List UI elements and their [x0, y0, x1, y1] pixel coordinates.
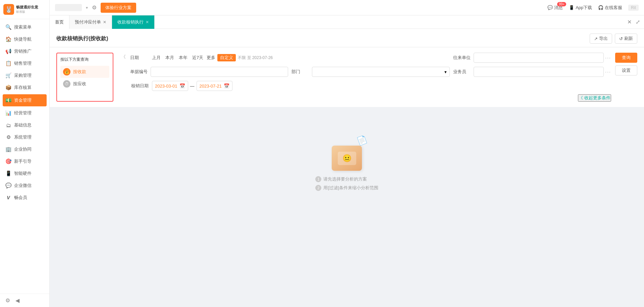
sidebar-item-system[interactable]: ⚙ 系统管理 — [0, 131, 49, 143]
sidebar-item-label: 营销推广 — [14, 48, 32, 54]
writeoff-date-start-text: 2023-03-01 — [155, 84, 177, 89]
settings-button[interactable]: 设置 — [615, 65, 637, 75]
sidebar-item-label: 资金管理 — [14, 97, 32, 103]
message-button[interactable]: 💬 消息 99+ — [547, 5, 563, 11]
collapse-filter-button[interactable]: 《 — [120, 53, 127, 60]
sidebar-item-purchase[interactable]: 🛒 采购管理 — [0, 69, 49, 82]
sidebar-item-label: 快捷导航 — [14, 36, 32, 42]
finance-icon: 💵 — [5, 97, 11, 103]
tabbar-actions: ✕ ⤢ — [626, 17, 644, 27]
online-service-button[interactable]: 🎧 在线客服 — [598, 5, 622, 11]
sidebar-item-search-menu[interactable]: 🔍 搜索菜单 — [0, 21, 49, 33]
filter-option-by-receivable[interactable]: ⏱ 按应收 — [60, 78, 109, 90]
sidebar: 🐰 畅捷通好生意 标准版 🔍 搜索菜单 🏠 快捷导航 📢 营销推广 📋 销售管理… — [0, 0, 50, 307]
export-button[interactable]: ↗ 导出 — [590, 34, 612, 44]
counterparty-more-icon[interactable]: ··· — [605, 55, 611, 60]
export-icon: ↗ — [594, 36, 598, 41]
sidebar-nav: 🔍 搜索菜单 🏠 快捷导航 📢 营销推广 📋 销售管理 🛒 采购管理 📦 库存核… — [0, 19, 49, 294]
refresh-button[interactable]: ↺ 刷新 — [615, 34, 637, 44]
date-custom-tag[interactable]: 自定义 — [217, 54, 236, 61]
query-button[interactable]: 查询 — [615, 53, 637, 63]
writeoff-date-end-input[interactable]: 2023-07-21 📅 — [197, 81, 233, 91]
refresh-icon: ↺ — [619, 36, 623, 41]
staff-more-icon[interactable]: ··· — [605, 69, 611, 74]
sidebar-item-member[interactable]: V 畅会员 — [0, 192, 49, 204]
page: 收款核销执行(按收款) ↗ 导出 ↺ 刷新 按以下方案查询 💰 按收款 — [50, 29, 644, 307]
main-area: ▾ ⚙ 体验行业方案 💬 消息 99+ 📱 App下载 🎧 在线客服 Rit 首… — [50, 0, 644, 307]
dropdown-arrow-icon[interactable]: ▾ — [86, 5, 88, 10]
chevron-left-icon: 《 — [121, 54, 126, 60]
message-badge: 99+ — [557, 2, 566, 6]
empty-hint-1: 1 请先选择要分析的方案 — [315, 176, 378, 182]
sidebar-item-inventory[interactable]: 📦 库存核算 — [0, 82, 49, 94]
voucher-type-row — [50, 104, 644, 107]
tab-receipt-close-icon[interactable]: ✕ — [146, 20, 149, 24]
writeoff-date-start-input[interactable]: 2023-03-01 📅 — [152, 81, 188, 91]
sidebar-item-label: 销售管理 — [14, 60, 32, 66]
date-filter-item: 日期 上月 本月 本年 近7天 更多 自定义 不限 至 2023-07-26 — [130, 54, 450, 61]
box-icon: 📦 — [5, 85, 11, 91]
sidebar-item-finance[interactable]: 💵 资金管理 — [3, 94, 47, 106]
enterprise-icon: 🏢 — [5, 146, 11, 152]
tab-prepay-close-icon[interactable]: ✕ — [103, 20, 106, 24]
page-header: 收款核销执行(按收款) ↗ 导出 ↺ 刷新 — [50, 29, 644, 47]
close-tab-icon[interactable]: ✕ — [626, 17, 633, 27]
sidebar-item-label: 企业微信 — [14, 183, 32, 189]
filter-footer: 《 收起更多条件 — [130, 94, 611, 102]
tabbar: 首页 预付冲应付单 ✕ 收款核销执行 ✕ ✕ ⤢ — [50, 15, 644, 29]
date-more-link[interactable]: 更多 — [207, 55, 215, 61]
empty-hint-2: 2 用[过滤]条件来缩小分析范围 — [315, 185, 378, 191]
dept-select[interactable]: ▾ — [312, 67, 449, 77]
date-this-month[interactable]: 本月 — [164, 54, 175, 61]
sidebar-item-sales[interactable]: 📋 销售管理 — [0, 57, 49, 69]
date-this-year[interactable]: 本年 — [177, 54, 189, 61]
counterparty-control: ··· — [474, 53, 611, 63]
query-settings-panel: 查询 设置 — [615, 53, 637, 75]
receivable-filter-icon: ⏱ — [63, 80, 70, 88]
app-download-button[interactable]: 📱 App下载 — [569, 5, 592, 11]
staff-control: ··· — [474, 67, 611, 77]
filter-form: 日期 上月 本月 本年 近7天 更多 自定义 不限 至 2023-07-26 — [130, 53, 611, 102]
filter-option-by-receipt[interactable]: 💰 按收款 — [60, 66, 109, 78]
date-control: 上月 本月 本年 近7天 更多 自定义 不限 至 2023-07-26 — [151, 54, 450, 61]
empty-text: 1 请先选择要分析的方案 2 用[过滤]条件来缩小分析范围 — [315, 176, 378, 191]
sidebar-item-hardware[interactable]: 📱 智能硬件 — [0, 167, 49, 180]
sidebar-item-enterprise[interactable]: 🏢 企业协同 — [0, 143, 49, 155]
staff-label: 业务员 — [453, 69, 472, 75]
industry-solution-button[interactable]: 体验行业方案 — [101, 3, 136, 13]
username-display: Rit — [628, 5, 639, 11]
sidebar-item-quick-nav[interactable]: 🏠 快捷导航 — [0, 33, 49, 45]
date-7days[interactable]: 近7天 — [191, 54, 205, 61]
sidebar-item-basic-info[interactable]: 🗂 基础信息 — [0, 119, 49, 131]
staff-input[interactable] — [474, 67, 604, 77]
tab-home[interactable]: 首页 — [50, 15, 69, 29]
receipt-filter-icon: 💰 — [63, 68, 70, 75]
date-last-month[interactable]: 上月 — [151, 54, 162, 61]
counterparty-input[interactable] — [474, 53, 604, 63]
page-title: 收款核销执行(按收款) — [56, 35, 108, 42]
sidebar-item-label: 系统管理 — [14, 134, 32, 140]
voucher-no-filter-item: 单据编号 — [130, 67, 288, 77]
tab-prepay[interactable]: 预付冲应付单 ✕ — [69, 15, 112, 29]
tab-receipt[interactable]: 收款核销执行 ✕ — [112, 15, 155, 29]
filter-row-1: 日期 上月 本月 本年 近7天 更多 自定义 不限 至 2023-07-26 — [130, 53, 611, 63]
megaphone-icon: 📢 — [5, 48, 11, 54]
sidebar-item-label: 企业协同 — [14, 146, 32, 152]
sidebar-item-wechat[interactable]: 💬 企业微信 — [0, 180, 49, 192]
filter-area: 按以下方案查询 💰 按收款 ⏱ 按应收 《 — [50, 47, 644, 107]
logo-text-block: 畅捷通好生意 标准版 — [16, 5, 38, 14]
voucher-no-input[interactable] — [151, 67, 288, 77]
gear-icon[interactable]: ⚙ — [92, 4, 97, 11]
sidebar-item-marketing[interactable]: 📢 营销推广 — [0, 45, 49, 57]
settings-icon[interactable]: ⚙ — [5, 297, 10, 304]
expand-icon[interactable]: ⤢ — [634, 17, 641, 27]
sidebar-item-label: 畅会员 — [14, 195, 27, 201]
sidebar-item-guide[interactable]: 🎯 新手引导 — [0, 155, 49, 167]
tab-receipt-label: 收款核销执行 — [117, 19, 144, 25]
empty-state: 😐 📄 1 请先选择要分析的方案 2 用[过滤]条件来缩小分析范围 — [50, 107, 644, 218]
date-no-limit-text: 不限 至 2023-07-26 — [238, 55, 273, 61]
sidebar-item-business[interactable]: 📊 经营管理 — [0, 107, 49, 119]
collapse-sidebar-icon[interactable]: ◀ — [15, 297, 19, 304]
collapse-more-button[interactable]: 《 收起更多条件 — [578, 94, 611, 102]
writeoff-date-range: 2023-03-01 📅 — 2023-07-21 📅 — [152, 81, 232, 91]
